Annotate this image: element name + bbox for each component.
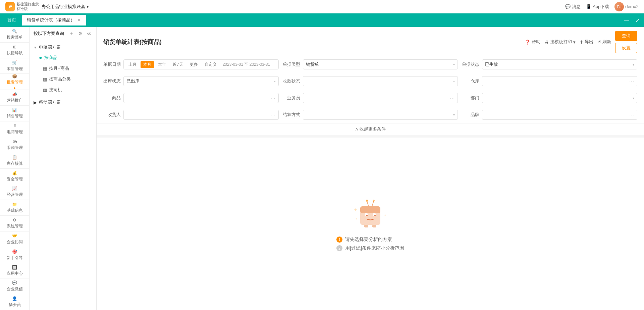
print-icon: 🖨 bbox=[544, 40, 549, 45]
collapse-filters-button[interactable]: ∧ 收起更多条件 bbox=[97, 123, 644, 135]
sidebar-item-wechat[interactable]: 💬 企业微信 bbox=[0, 278, 29, 294]
top-header: 好 畅捷通好生意 标准版 办公用品行业模拟账套 ▾ 💬 消息 📱 App下载 E… bbox=[0, 0, 644, 13]
sidebar-item-purchase[interactable]: 🛍 采购管理 bbox=[0, 137, 29, 153]
filter-product: 商品 ··· bbox=[103, 93, 279, 103]
salesperson-select[interactable]: ··· bbox=[303, 93, 458, 103]
svg-point-4 bbox=[366, 215, 368, 216]
sidebar-item-operations[interactable]: 📈 经营管理 bbox=[0, 184, 29, 200]
left-panel-header-actions: ＋ ⚙ ≪ bbox=[68, 30, 92, 37]
empty-tip-2: 2 用[过滤]条件来缩小分析范围 bbox=[336, 245, 404, 251]
desktop-group-toggle[interactable]: ▼ 电脑端方案 bbox=[30, 42, 96, 52]
tab-maximize-icon[interactable]: ⤢ bbox=[633, 16, 641, 24]
settlement-select[interactable]: ▾ bbox=[303, 110, 458, 120]
template-print-button[interactable]: 🖨 按模板打印 ▾ bbox=[544, 39, 576, 45]
sidebar-item-ecommerce[interactable]: 🖥 电商管理 bbox=[0, 121, 29, 137]
sidebar-item-wholesale[interactable]: 📦 批发管理 ▲ bbox=[0, 74, 29, 90]
sidebar-item-finance[interactable]: 💰 资金管理 bbox=[0, 169, 29, 185]
filter-row-2: 出库状态 已出库 ▾ 收款状态 ▾ 仓库 bbox=[97, 73, 644, 90]
app-download-button[interactable]: 📱 App下载 bbox=[586, 4, 609, 10]
sidebar-item-enterprise[interactable]: 🤝 企业协同 bbox=[0, 231, 29, 247]
scheme-item-by-month-product[interactable]: ▦ 按月+商品 bbox=[30, 63, 96, 74]
type-caret-icon: ▾ bbox=[453, 63, 455, 66]
payment-status-caret: ▾ bbox=[453, 80, 455, 83]
sidebar-item-app-center[interactable]: 🔲 应用中心 bbox=[0, 263, 29, 279]
brand-select[interactable]: ··· bbox=[482, 110, 637, 120]
date-btn-more[interactable]: 更多 bbox=[187, 61, 201, 68]
tab-home[interactable]: 首页 bbox=[3, 15, 21, 25]
arrow-up-icon: ▲ bbox=[13, 86, 16, 90]
export-button[interactable]: ⬆ 导出 bbox=[580, 39, 593, 45]
add-scheme-button[interactable]: ＋ bbox=[68, 30, 75, 37]
user-avatar[interactable]: Ea demo2 bbox=[614, 2, 639, 11]
collapse-icon: ∧ 收起更多条件 bbox=[355, 126, 386, 132]
date-btn-7days[interactable]: 近7天 bbox=[170, 61, 186, 68]
scheme-item-by-cashier[interactable]: ▦ 按司机 bbox=[30, 85, 96, 95]
svg-rect-1 bbox=[360, 206, 380, 213]
basic-icon: 📁 bbox=[12, 202, 17, 207]
department-select[interactable]: ▾ bbox=[482, 93, 637, 103]
tab-bar-actions: — ⤢ bbox=[623, 16, 641, 24]
product-label: 商品 bbox=[103, 95, 121, 101]
payment-status-select[interactable]: ▾ bbox=[303, 76, 458, 86]
collapse-panel-button[interactable]: ≪ bbox=[86, 30, 92, 37]
print-chevron-icon: ▾ bbox=[573, 40, 576, 45]
scheme-item-by-product[interactable]: ● 按商品 bbox=[30, 52, 96, 63]
sidebar-item-retail[interactable]: 🛒 零售管理 bbox=[0, 58, 29, 74]
date-btn-custom[interactable]: 自定义 bbox=[202, 61, 219, 68]
marketing-icon: 📣 bbox=[12, 92, 17, 97]
status-caret-icon: ▾ bbox=[633, 63, 634, 66]
refresh-icon: ↺ bbox=[597, 40, 601, 45]
query-button[interactable]: 查询 bbox=[615, 31, 637, 41]
left-panel-header: 按以下方案查询 ＋ ⚙ ≪ bbox=[30, 27, 96, 40]
status-select[interactable]: 已生效 ▾ bbox=[482, 59, 637, 69]
mobile-group-toggle[interactable]: ▶ 移动端方案 bbox=[30, 97, 96, 107]
svg-line-8 bbox=[372, 201, 374, 206]
scheme-item-by-category[interactable]: ▦ 按商品分类 bbox=[30, 74, 96, 85]
warehouse-status-select[interactable]: 已出库 ▾ bbox=[123, 76, 279, 86]
avatar: Ea bbox=[614, 2, 624, 11]
help-button[interactable]: ❓ 帮助 bbox=[525, 39, 540, 45]
settlement-label: 结算方式 bbox=[283, 112, 300, 118]
sales-icon: 📊 bbox=[12, 108, 17, 112]
table-icon-1: ▦ bbox=[43, 66, 47, 71]
table-icon-3: ▦ bbox=[43, 88, 47, 93]
sidebar-search[interactable]: 🔍 搜索菜单 bbox=[0, 27, 29, 43]
sidebar-item-marketing[interactable]: 📣 营销推广 bbox=[0, 90, 29, 106]
workspace-selector[interactable]: 办公用品行业模拟账套 ▾ bbox=[42, 4, 89, 10]
filter-department: 部门 ▾ bbox=[462, 93, 637, 103]
refresh-button[interactable]: ↺ 刷新 bbox=[597, 39, 611, 45]
settings-scheme-button[interactable]: ⚙ bbox=[77, 30, 84, 37]
sidebar-item-basic[interactable]: 📁 基础信息 bbox=[0, 200, 29, 216]
right-panel: 销货单统计表(按商品) ❓ 帮助 🖨 按模板打印 ▾ ⬆ 导出 bbox=[97, 27, 644, 310]
tip-dot-2: 2 bbox=[336, 245, 342, 251]
settings-button[interactable]: 设置 bbox=[615, 43, 637, 53]
date-btn-last-month[interactable]: 上月 bbox=[126, 61, 139, 68]
receiver-select[interactable]: ··· bbox=[123, 110, 279, 120]
payment-status-label: 收款状态 bbox=[283, 78, 300, 84]
tab-close-icon[interactable]: ✕ bbox=[77, 18, 82, 22]
date-btn-this-year[interactable]: 本年 bbox=[155, 61, 169, 68]
type-select[interactable]: 销货单 ▾ bbox=[303, 59, 458, 69]
filter-date: 单据日期 上月 本月 本年 近7天 更多 自定义 2023-03-01 至 20… bbox=[103, 59, 279, 69]
sidebar-quick-nav[interactable]: ⊞ 快捷导航 bbox=[0, 43, 29, 58]
tab-sales-stat[interactable]: 销货单统计表（按商品） ✕ bbox=[22, 15, 86, 25]
brand-label: 品牌 bbox=[462, 112, 479, 118]
sidebar-item-guide[interactable]: 🎯 新手引导 bbox=[0, 247, 29, 263]
receiver-dots-icon: ··· bbox=[271, 112, 276, 117]
tip-dot-1: 1 bbox=[336, 237, 342, 243]
sidebar-item-sales[interactable]: 📊 销售管理 bbox=[0, 106, 29, 121]
warehouse-dots-icon: ··· bbox=[629, 79, 634, 84]
help-icon: ❓ bbox=[525, 40, 530, 45]
product-select[interactable]: ··· bbox=[123, 93, 279, 103]
page-title: 销货单统计表(按商品) bbox=[103, 38, 162, 46]
sidebar-item-inventory[interactable]: 📋 库存核算 bbox=[0, 153, 29, 169]
svg-text:✦: ✦ bbox=[355, 217, 358, 220]
date-btn-this-month[interactable]: 本月 bbox=[141, 61, 154, 68]
member-icon: 👤 bbox=[12, 296, 17, 301]
sidebar-item-system[interactable]: ⚙ 系统管理 bbox=[0, 216, 29, 231]
warehouse-select[interactable]: ··· bbox=[482, 76, 637, 86]
header-right: 💬 消息 📱 App下载 Ea demo2 bbox=[565, 2, 639, 11]
sidebar-item-member[interactable]: 👤 畅会员 bbox=[0, 294, 29, 310]
tab-minimize-icon[interactable]: — bbox=[623, 16, 631, 24]
message-button[interactable]: 💬 消息 bbox=[565, 4, 581, 10]
